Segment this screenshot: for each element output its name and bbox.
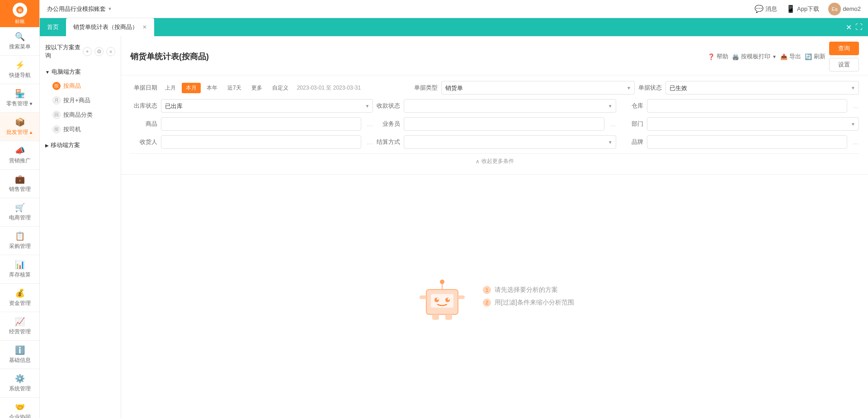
product-more-icon[interactable]: … [367,120,373,128]
warehouse-field: 仓库 … [616,99,859,113]
settings-button[interactable]: 设置 [829,58,859,71]
recipient-more-icon[interactable]: … [367,138,373,146]
message-button[interactable]: 💬 消息 [755,5,777,13]
mobile-scheme-label: 移动端方案 [51,141,80,149]
sidebar-item-ecommerce-mgmt[interactable]: 🛒 电商管理 [0,198,40,227]
ecommerce-mgmt-icon: 🛒 [15,203,25,213]
user-menu[interactable]: Ea demo2 [828,3,861,15]
scheme-item-by-month-product[interactable]: 月 按月+商品 [40,93,121,108]
settings-scheme-button[interactable]: ⚙ [94,47,104,56]
sidebar-item-quick-nav[interactable]: ⚡ 快捷导航 [0,56,40,84]
date-tab-this-year[interactable]: 本年 [203,83,222,93]
out-status-select[interactable]: 已出库 [161,99,373,113]
filter-icons: + ⚙ « [83,47,115,56]
filter-row-2: 出库状态 已出库 ▼ 收款状态 [130,99,859,113]
payment-method-select-wrapper: ▼ [404,135,616,149]
mobile-section: ▶ 移动端方案 [40,138,121,152]
help-label: 帮助 [717,52,728,61]
tab-home[interactable]: 首页 [40,18,66,36]
scheme-item-by-product-category[interactable]: 回 按商品分类 [40,108,121,122]
date-tab-last-month[interactable]: 上月 [161,83,180,93]
query-button[interactable]: 查询 [829,42,859,55]
top-header: 办公用品行业模拟账套 ▼ 💬 消息 📱 App下载 Ea demo2 [40,0,868,18]
product-field: 商品 … [130,117,373,131]
sidebar-item-search-menu[interactable]: 🔍 搜索菜单 [0,27,40,56]
warehouse-label: 仓库 [616,102,643,110]
tab-close-icon[interactable]: ✕ [142,24,147,30]
help-button[interactable]: ❓ 帮助 [708,52,728,61]
date-tab-last-7-days[interactable]: 近7天 [223,83,245,93]
sidebar-item-wholesale-mgmt[interactable]: 📦 批发管理 ▲ [0,113,40,141]
retail-mgmt-icon: 🏪 [15,89,25,99]
sidebar-item-label: 企业协同 [9,413,31,418]
desktop-scheme-group[interactable]: ▼ 电脑端方案 [40,65,121,79]
maximize-icon[interactable]: ⛶ [855,23,863,31]
payment-method-select[interactable] [404,135,616,149]
salesperson-input[interactable] [404,117,604,131]
sidebar-item-finance-mgmt[interactable]: 💰 资金管理 [0,284,40,312]
sidebar-item-label: 采购管理 [9,242,31,250]
scheme-icon-by-product: 按 [52,82,61,90]
query-settings-actions: 查询 设置 [829,42,859,71]
export-button[interactable]: 📤 导出 [780,52,801,61]
sidebar-item-marketing[interactable]: 📣 营销推广 [0,141,40,170]
sidebar-item-retail-mgmt[interactable]: 🏪 零售管理 ▼ [0,84,40,113]
doc-type-select-wrapper: 销货单 ▼ [441,81,635,95]
date-tab-custom[interactable]: 自定义 [268,83,292,93]
sidebar-item-operations-mgmt[interactable]: 📈 经营管理 [0,312,40,341]
out-status-label: 出库状态 [130,102,157,110]
home-tab-label: 首页 [47,23,59,31]
avatar: Ea [828,3,841,15]
doc-status-select[interactable]: 已生效 [665,81,859,95]
close-tab-icon[interactable]: ✕ [846,23,852,32]
desktop-scheme-label: 电脑端方案 [52,68,81,76]
filter-row-3: 商品 … 业务员 … 部门 [130,117,859,131]
add-scheme-button[interactable]: + [83,47,92,56]
print-button[interactable]: 🖨️ 按模板打印 ▼ [732,52,777,61]
brand-input[interactable] [647,135,847,149]
date-filter-field: 单据日期 上月 本月 本年 近7天 更多 自定义 2023-03-01 至 20… [130,83,410,93]
warehouse-input[interactable] [647,99,847,113]
warehouse-more-icon[interactable]: … [853,102,859,109]
sidebar-item-system-mgmt[interactable]: ⚙️ 系统管理 [0,369,40,398]
sidebar-item-basic-info[interactable]: ℹ️ 基础信息 [0,341,40,369]
help-icon: ❓ [708,53,715,60]
refresh-button[interactable]: 🔄 刷新 [805,52,826,61]
date-range-text: 2023-03-01 至 2023-03-31 [297,84,361,92]
refresh-label: 刷新 [814,52,826,61]
sidebar-item-label: 营销推广 [9,157,31,165]
download-icon: 📱 [786,5,795,13]
sidebar-item-enterprise-collab[interactable]: 🤝 企业协同 [0,398,40,418]
app-download-button[interactable]: 📱 App下载 [786,5,819,13]
scheme-item-label: 按月+商品 [63,96,90,104]
department-select-wrapper: ▼ [647,117,859,131]
filter-row-1: 单据日期 上月 本月 本年 近7天 更多 自定义 2023-03-01 至 20… [130,81,859,95]
salesperson-more-icon[interactable]: … [610,120,616,128]
scheme-item-by-vendor[interactable]: 按 按司机 [40,122,121,137]
brand-field: 品牌 … [616,135,859,149]
doc-status-field: 单据状态 已生效 ▼ [635,81,859,95]
brand-more-icon[interactable]: … [853,138,859,146]
date-tab-more[interactable]: 更多 [247,83,266,93]
collapse-button[interactable]: ∧ 收起更多条件 [476,157,514,165]
department-field: 部门 ▼ [616,117,859,131]
empty-tip-1: 1 请先选择要分析的方案 [483,286,574,294]
recipient-input[interactable] [161,135,361,149]
sidebar-item-label: 系统管理 [9,385,31,393]
svg-text:畅: 畅 [18,8,22,13]
scheme-item-by-product[interactable]: 按 按商品 [40,79,121,93]
doc-type-select[interactable]: 销货单 [441,81,635,95]
account-dropdown[interactable]: 办公用品行业模拟账套 ▼ [47,5,112,13]
mobile-scheme-group[interactable]: ▶ 移动端方案 [40,138,121,152]
department-select[interactable] [647,117,859,131]
page-header: 销货单统计表(按商品) ❓ 帮助 🖨️ 按模板打印 ▼ 📤 导出 [121,36,868,76]
tab-sales-stats[interactable]: 销货单统计表（按商品） ✕ [66,18,154,36]
product-input[interactable] [161,117,361,131]
sidebar-item-purchase-mgmt[interactable]: 📋 采购管理 [0,227,40,255]
receipt-status-select[interactable] [404,99,616,113]
page-actions: ❓ 帮助 🖨️ 按模板打印 ▼ 📤 导出 🔄 刷新 [708,42,859,71]
date-tab-this-month[interactable]: 本月 [182,83,201,93]
sidebar-item-inventory[interactable]: 📊 库存核算 [0,255,40,284]
collapse-panel-button[interactable]: « [106,47,115,56]
sidebar-item-sales-mgmt[interactable]: 💼 销售管理 [0,170,40,198]
